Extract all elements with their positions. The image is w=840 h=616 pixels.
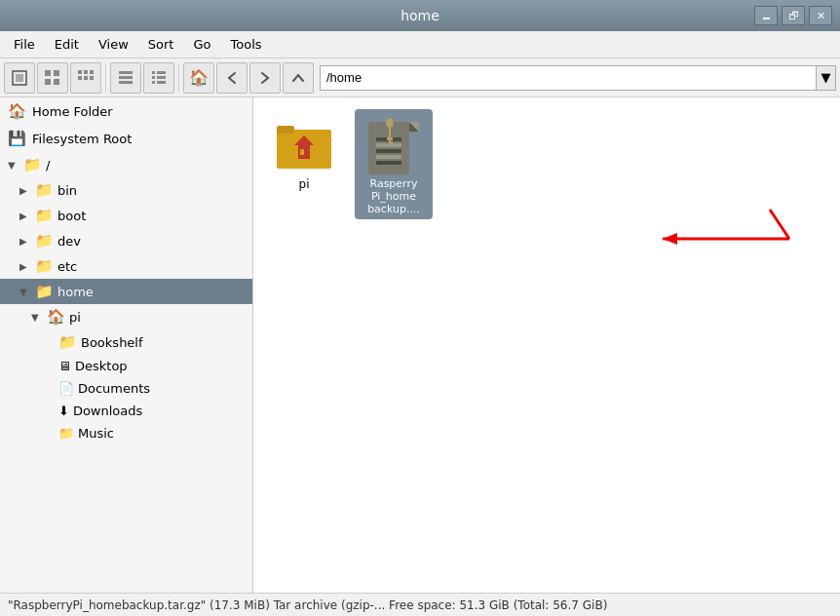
toggle-bin: ▶ bbox=[19, 185, 31, 196]
folder-icon-music: 📁 bbox=[58, 426, 74, 441]
svg-rect-34 bbox=[376, 161, 401, 165]
svg-rect-20 bbox=[157, 81, 166, 84]
toolbar: 🏠 ▼ bbox=[0, 58, 840, 97]
tree-label-downloads: Downloads bbox=[73, 404, 142, 418]
detail-view-button[interactable] bbox=[143, 62, 174, 94]
maximize-button[interactable]: 🗗 bbox=[782, 6, 805, 25]
content-area[interactable]: pi bbox=[253, 97, 840, 593]
svg-rect-13 bbox=[119, 76, 133, 79]
folder-icon-desktop: 🖥 bbox=[58, 359, 71, 373]
svg-rect-16 bbox=[157, 71, 166, 74]
tree-item-documents[interactable]: ▶ 📄 Documents bbox=[0, 377, 252, 400]
menu-edit[interactable]: Edit bbox=[45, 33, 89, 56]
tree-label-boot: boot bbox=[57, 209, 86, 223]
tree-label-home: home bbox=[57, 285, 94, 299]
file-label-pi: pi bbox=[299, 177, 310, 191]
tree-item-dev[interactable]: ▶ 📁 dev bbox=[0, 228, 252, 253]
tree-item-root[interactable]: ▼ 📁 / bbox=[0, 152, 252, 177]
svg-rect-7 bbox=[84, 70, 88, 74]
svg-rect-15 bbox=[152, 71, 155, 74]
sidebar-item-filesystem[interactable]: 💾 Filesystem Root bbox=[0, 125, 252, 152]
svg-rect-14 bbox=[119, 81, 133, 84]
tree-item-downloads[interactable]: ▶ ⬇ Downloads bbox=[0, 400, 252, 422]
folder-icon-pi: 🏠 bbox=[47, 308, 65, 326]
svg-rect-3 bbox=[54, 70, 59, 76]
address-dropdown[interactable]: ▼ bbox=[817, 65, 836, 91]
file-item-backup[interactable]: Rasperry Pi_home backup.... bbox=[355, 109, 433, 219]
icon-view-button[interactable] bbox=[37, 62, 68, 94]
svg-rect-17 bbox=[152, 76, 155, 79]
svg-rect-8 bbox=[90, 70, 94, 74]
file-icon-pi bbox=[273, 113, 335, 175]
svg-rect-4 bbox=[45, 79, 51, 85]
tree-item-bin[interactable]: ▶ 📁 bin bbox=[0, 177, 252, 203]
minimize-button[interactable]: 🗕 bbox=[754, 6, 778, 25]
svg-rect-32 bbox=[376, 149, 401, 153]
folder-icon-bookshelf: 📁 bbox=[58, 333, 77, 351]
tree-label-root: / bbox=[46, 158, 50, 173]
up-button[interactable] bbox=[283, 62, 314, 94]
tree-item-home[interactable]: ▼ 📁 home bbox=[0, 279, 252, 304]
main-area: 🏠 Home Folder 💾 Filesystem Root ▼ 📁 / ▶ … bbox=[0, 97, 840, 593]
tree-label-bin: bin bbox=[57, 183, 77, 198]
filesystem-icon: 💾 bbox=[8, 130, 26, 147]
menu-file[interactable]: File bbox=[4, 33, 45, 56]
home-folder-icon: 🏠 bbox=[8, 102, 26, 120]
svg-rect-19 bbox=[152, 81, 155, 84]
close-button[interactable]: ✕ bbox=[809, 6, 832, 25]
statusbar: "RaspberryPi_homebackup.tar.gz" (17.3 Mi… bbox=[0, 593, 840, 616]
list-view-button[interactable] bbox=[110, 62, 141, 94]
tree-label-desktop: Desktop bbox=[75, 359, 128, 373]
sidebar-home-label: Home Folder bbox=[32, 104, 113, 119]
new-tab-button[interactable] bbox=[4, 62, 35, 94]
svg-rect-11 bbox=[90, 76, 94, 80]
forward-button[interactable] bbox=[249, 62, 281, 94]
file-icon-backup bbox=[363, 113, 425, 175]
menu-go[interactable]: Go bbox=[183, 33, 220, 56]
svg-rect-2 bbox=[45, 70, 51, 76]
svg-rect-33 bbox=[376, 155, 401, 159]
tree-item-bookshelf[interactable]: ▶ 📁 Bookshelf bbox=[0, 329, 252, 355]
home-button[interactable]: 🏠 bbox=[183, 62, 214, 94]
file-grid: pi bbox=[265, 109, 828, 219]
status-text: "RaspberryPi_homebackup.tar.gz" (17.3 Mi… bbox=[8, 598, 607, 612]
svg-rect-9 bbox=[78, 76, 82, 80]
toggle-etc: ▶ bbox=[19, 261, 31, 272]
svg-rect-5 bbox=[54, 79, 59, 85]
menu-view[interactable]: View bbox=[89, 33, 138, 56]
svg-rect-1 bbox=[16, 74, 23, 82]
folder-icon-dev: 📁 bbox=[35, 232, 54, 250]
menu-tools[interactable]: Tools bbox=[221, 33, 272, 56]
svg-marker-40 bbox=[663, 233, 677, 245]
menubar: File Edit View Sort Go Tools bbox=[0, 31, 840, 58]
sidebar-item-home-folder[interactable]: 🏠 Home Folder bbox=[0, 97, 252, 125]
file-item-pi[interactable]: pi bbox=[265, 109, 343, 195]
sidebar: 🏠 Home Folder 💾 Filesystem Root ▼ 📁 / ▶ … bbox=[0, 97, 253, 593]
svg-rect-31 bbox=[376, 143, 401, 147]
separator-1 bbox=[105, 64, 106, 92]
folder-icon-root: 📁 bbox=[23, 156, 42, 173]
svg-rect-37 bbox=[387, 137, 393, 140]
toggle-dev: ▶ bbox=[19, 236, 31, 247]
tree-item-etc[interactable]: ▶ 📁 etc bbox=[0, 253, 252, 279]
svg-rect-6 bbox=[78, 70, 82, 74]
tree-label-dev: dev bbox=[57, 234, 81, 249]
menu-sort[interactable]: Sort bbox=[138, 33, 184, 56]
file-label-backup: Rasperry Pi_home backup.... bbox=[367, 177, 420, 215]
svg-rect-26 bbox=[300, 149, 304, 155]
window-title: home bbox=[86, 8, 754, 23]
folder-icon-etc: 📁 bbox=[35, 257, 54, 275]
svg-rect-12 bbox=[119, 71, 133, 74]
tree-label-documents: Documents bbox=[78, 381, 150, 396]
back-button[interactable] bbox=[216, 62, 248, 94]
tree-item-pi[interactable]: ▼ 🏠 pi bbox=[0, 304, 252, 329]
toggle-root: ▼ bbox=[8, 160, 19, 171]
extra-icon-button[interactable] bbox=[70, 62, 101, 94]
toggle-boot: ▶ bbox=[19, 211, 31, 221]
tree-item-desktop[interactable]: ▶ 🖥 Desktop bbox=[0, 355, 252, 377]
tree-item-boot[interactable]: ▶ 📁 boot bbox=[0, 203, 252, 228]
address-bar[interactable] bbox=[320, 65, 817, 91]
tree-item-music[interactable]: ▶ 📁 Music bbox=[0, 422, 252, 444]
folder-icon-home: 📁 bbox=[35, 283, 54, 300]
folder-icon-boot: 📁 bbox=[35, 207, 54, 224]
